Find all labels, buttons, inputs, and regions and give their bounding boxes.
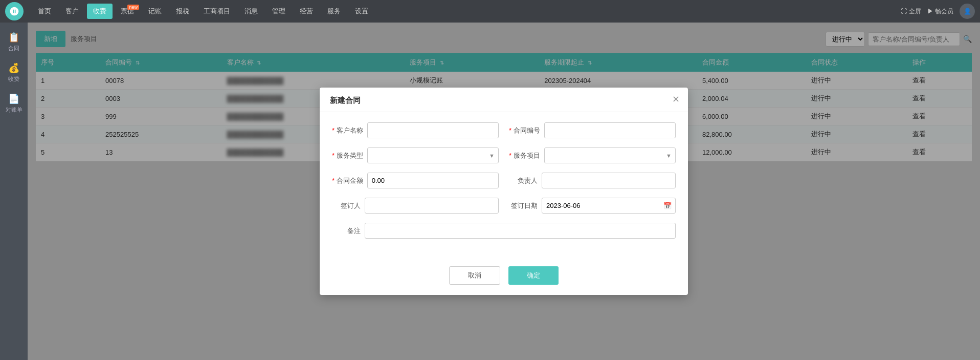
top-nav-right: ⛶ 全屏 ▶ 畅会员 👤 <box>901 4 975 19</box>
billing-icon: 💰 <box>8 62 19 74</box>
nav-service[interactable]: 服务 <box>321 4 347 19</box>
top-navigation: 首页 客户 收费 票据 new 记账 报税 工商项目 消息 管理 经营 服务 设… <box>0 0 980 23</box>
customer-name-input[interactable] <box>367 122 499 138</box>
signer-label: 签订人 <box>332 201 361 210</box>
form-group-signer: 签订人 <box>332 198 499 214</box>
modal-body: 客户名称 合同编号 服务类型 <box>320 112 688 258</box>
nav-customer[interactable]: 客户 <box>59 4 85 19</box>
service-item-select-wrapper: ▼ <box>544 147 676 163</box>
service-type-label: 服务类型 <box>332 151 363 160</box>
sign-date-wrapper: 📅 <box>542 198 676 214</box>
form-row-5: 备注 <box>332 223 676 239</box>
form-group-contract-no: 合同编号 <box>509 122 676 138</box>
cancel-button[interactable]: 取消 <box>449 266 500 285</box>
form-group-responsible: 负责人 <box>509 173 676 188</box>
customer-name-label: 客户名称 <box>332 126 363 135</box>
form-row-1: 客户名称 合同编号 <box>332 122 676 138</box>
nav-settings[interactable]: 设置 <box>349 4 374 19</box>
remark-input[interactable] <box>365 223 676 239</box>
modal-close-button[interactable]: ✕ <box>672 94 680 105</box>
nav-menu: 首页 客户 收费 票据 new 记账 报税 工商项目 消息 管理 经营 服务 设… <box>32 4 901 19</box>
confirm-button[interactable]: 确定 <box>508 266 559 285</box>
service-type-select[interactable] <box>367 147 499 163</box>
main-layout: 📋 合同 💰 收费 📄 对账单 新增 服务项目 进行中 已完成 已终止 🔍 <box>0 23 980 360</box>
statement-icon: 📄 <box>8 93 19 104</box>
app-logo[interactable] <box>5 2 24 20</box>
sidebar-label-statement: 对账单 <box>6 106 23 114</box>
sign-date-label: 签订日期 <box>509 201 538 210</box>
sign-date-input[interactable] <box>542 198 676 214</box>
sidebar-label-billing: 收费 <box>8 75 19 83</box>
contract-no-label: 合同编号 <box>509 126 540 135</box>
service-item-select[interactable] <box>544 147 676 163</box>
form-group-customer: 客户名称 <box>332 122 499 138</box>
form-row-3: 合同金额 负责人 <box>332 173 676 188</box>
service-item-label: 服务项目 <box>509 151 540 160</box>
form-row-4: 签订人 签订日期 📅 <box>332 198 676 214</box>
content-area: 新增 服务项目 进行中 已完成 已终止 🔍 序号 合同编号 ⇅ <box>28 23 980 360</box>
contract-amount-input[interactable] <box>367 173 499 188</box>
nav-manage[interactable]: 管理 <box>266 4 292 19</box>
nav-billing[interactable]: 收费 <box>87 4 113 19</box>
form-group-service-type: 服务类型 ▼ <box>332 147 499 163</box>
nav-message[interactable]: 消息 <box>238 4 264 19</box>
nav-bookkeeping[interactable]: 记账 <box>142 4 168 19</box>
nav-business[interactable]: 工商项目 <box>197 4 236 19</box>
contract-icon: 📋 <box>8 32 19 43</box>
modal-title: 新建合同 <box>320 88 688 112</box>
calendar-icon: 📅 <box>663 202 672 209</box>
form-group-sign-date: 签订日期 📅 <box>509 198 676 214</box>
new-contract-modal: 新建合同 ✕ 客户名称 合同编号 <box>320 88 688 295</box>
remark-label: 备注 <box>332 226 361 236</box>
contract-no-input[interactable] <box>544 122 676 138</box>
sidebar-item-contract[interactable]: 📋 合同 <box>2 28 26 56</box>
sidebar-label-contract: 合同 <box>8 45 19 52</box>
signer-input[interactable] <box>365 198 499 214</box>
sidebar-item-statement[interactable]: 📄 对账单 <box>2 89 26 118</box>
form-group-amount: 合同金额 <box>332 173 499 188</box>
fullscreen-btn[interactable]: ⛶ 全屏 <box>901 7 921 16</box>
responsible-label: 负责人 <box>509 176 538 185</box>
member-btn[interactable]: ▶ 畅会员 <box>927 7 953 16</box>
new-badge: new <box>127 5 139 10</box>
sidebar: 📋 合同 💰 收费 📄 对账单 <box>0 23 28 360</box>
nav-home[interactable]: 首页 <box>32 4 57 19</box>
nav-operation[interactable]: 经营 <box>294 4 319 19</box>
form-row-2: 服务类型 ▼ 服务项目 <box>332 147 676 163</box>
nav-invoice[interactable]: 票据 new <box>115 4 140 19</box>
modal-footer: 取消 确定 <box>320 258 688 295</box>
service-type-select-wrapper: ▼ <box>367 147 499 163</box>
avatar[interactable]: 👤 <box>960 4 975 19</box>
nav-tax[interactable]: 报税 <box>170 4 195 19</box>
contract-amount-label: 合同金额 <box>332 176 363 185</box>
form-group-service-item: 服务项目 ▼ <box>509 147 676 163</box>
sidebar-item-billing[interactable]: 💰 收费 <box>2 58 26 87</box>
form-group-remark: 备注 <box>332 223 676 239</box>
modal-overlay: 新建合同 ✕ 客户名称 合同编号 <box>28 23 980 360</box>
responsible-input[interactable] <box>542 173 676 188</box>
